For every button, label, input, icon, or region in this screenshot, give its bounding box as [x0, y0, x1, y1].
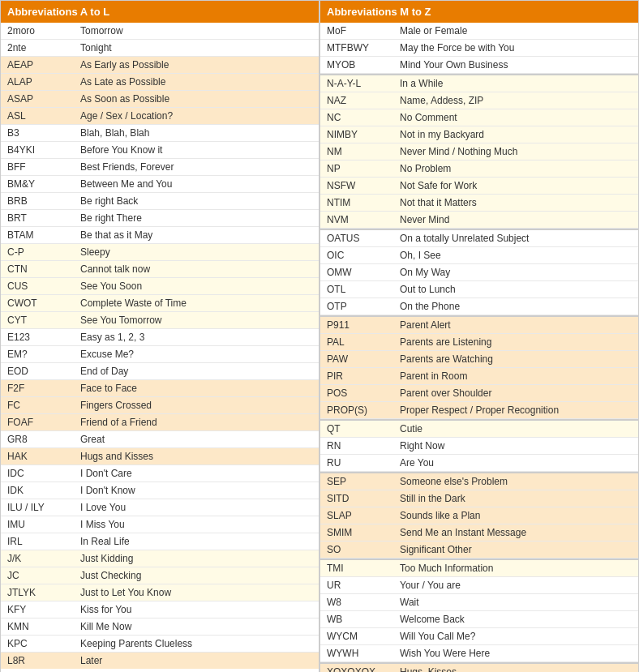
- table-row: OTLOut to Lunch: [320, 281, 638, 298]
- meaning: Complete Waste of Time: [80, 297, 312, 309]
- meaning: Are You: [400, 457, 632, 469]
- meaning: I Love You: [80, 502, 312, 513]
- table-row: B4YKIBefore You Know it: [1, 142, 319, 159]
- table-row: WYCMWill You Call Me?: [320, 628, 638, 645]
- meaning: Be right There: [80, 212, 312, 224]
- meaning: Sleepy: [80, 246, 312, 258]
- abbreviation: SEP: [327, 476, 400, 487]
- abbreviation: SO: [327, 544, 400, 555]
- table-row: URYour / You are: [320, 577, 638, 594]
- abbreviation: P911: [327, 319, 400, 331]
- table-row: IDKI Don't Know: [1, 482, 319, 499]
- abbreviation: CTN: [7, 263, 80, 275]
- abbreviation: ALAP: [7, 76, 80, 88]
- table-row: SOSignificant Other: [320, 541, 638, 559]
- meaning: Be that as it May: [80, 229, 312, 241]
- table-row: CWOTComplete Waste of Time: [1, 295, 319, 312]
- meaning: Parent Alert: [400, 319, 632, 331]
- abbreviation: WYCM: [327, 631, 400, 642]
- abbreviation: OTP: [327, 301, 400, 312]
- meaning: Easy as 1, 2, 3: [80, 332, 312, 343]
- abbreviation: EOD: [7, 366, 80, 377]
- abbreviation: NAZ: [327, 95, 400, 106]
- meaning: Never Mind: [400, 214, 632, 225]
- meaning: I Don't Care: [80, 468, 312, 479]
- table-row: OICOh, I See: [320, 247, 638, 264]
- abbreviation: CWOT: [7, 297, 80, 309]
- abbreviation: W8: [327, 597, 400, 608]
- meaning: In a While: [400, 78, 632, 89]
- meaning: Friend of a Friend: [80, 417, 312, 428]
- abbreviation: PIR: [327, 370, 400, 382]
- table-row: WYWHWish You Were Here: [320, 645, 638, 662]
- table-row: ASAPAs Soon as Possible: [1, 91, 319, 108]
- abbreviation: B3: [7, 127, 80, 139]
- abbreviation: OMW: [327, 267, 400, 278]
- meaning: I Miss You: [80, 519, 312, 530]
- meaning: Too Much Information: [400, 563, 632, 574]
- abbreviation: IMU: [7, 519, 80, 530]
- meaning: Send Me an Instant Message: [400, 527, 632, 538]
- table-row: OTPOn the Phone: [320, 298, 638, 315]
- table-row: SEPSomeone else's Problem: [320, 472, 638, 490]
- abbreviation: GR8: [7, 434, 80, 445]
- abbreviation: MYOB: [327, 59, 400, 71]
- table-row: W8Wait: [320, 594, 638, 611]
- meaning: Significant Other: [400, 544, 632, 555]
- meaning: Excuse Me?: [80, 349, 312, 360]
- meaning: Welcome Back: [400, 614, 632, 625]
- meaning: Kiss for You: [80, 604, 312, 615]
- table-row: KMNKill Me Now: [1, 618, 319, 636]
- meaning: As Early as Possible: [80, 59, 312, 71]
- table-row: RUAre You: [320, 455, 638, 472]
- abbreviation: PAL: [327, 336, 400, 348]
- abbreviation: RN: [327, 440, 400, 452]
- abbreviation: NSFW: [327, 180, 400, 191]
- abbreviation: BTAM: [7, 229, 80, 241]
- abbreviation: FOAF: [7, 417, 80, 428]
- abbreviation: 2nte: [7, 42, 80, 54]
- abbreviation: SITD: [327, 493, 400, 504]
- table-row: SLAPSounds like a Plan: [320, 507, 638, 524]
- abbreviation: MTFBWY: [327, 42, 400, 54]
- meaning: Parent over Shoulder: [400, 387, 632, 399]
- meaning: Fingers Crossed: [80, 400, 312, 411]
- meaning: On a totally Unrelated Subject: [400, 233, 632, 244]
- meaning: Right Now: [400, 440, 632, 452]
- meaning: As Late as Possible: [80, 76, 312, 88]
- table-row: MYOBMind Your Own Business: [320, 57, 638, 74]
- table-row: BTAMBe that as it May: [1, 227, 319, 244]
- right-header: Abbreviations M to Z: [320, 1, 638, 23]
- right-column: Abbreviations M to Z MoFMale or FemaleMT…: [320, 0, 639, 672]
- abbreviation: NIMBY: [327, 129, 400, 140]
- table-row: SMIMSend Me an Instant Message: [320, 524, 638, 541]
- abbreviation: BM&Y: [7, 178, 80, 190]
- meaning: Never Mind / Nothing Much: [400, 146, 632, 157]
- table-row: NPNo Problem: [320, 161, 638, 178]
- table-row: JCJust Checking: [1, 567, 319, 584]
- abbreviation: E123: [7, 332, 80, 343]
- abbreviation: JC: [7, 570, 80, 581]
- abbreviation: AEAP: [7, 59, 80, 71]
- meaning: Not Safe for Work: [400, 180, 632, 191]
- table-row: OATUSOn a totally Unrelated Subject: [320, 229, 638, 247]
- meaning: Just Kidding: [80, 553, 312, 564]
- meaning: Parent in Room: [400, 370, 632, 382]
- meaning: Hugs and Kisses: [80, 451, 312, 462]
- table-row: OMWOn My Way: [320, 264, 638, 281]
- meaning: See You Tomorrow: [80, 315, 312, 326]
- table-row: 2nteTonight: [1, 40, 319, 57]
- abbreviation: FC: [7, 400, 80, 411]
- meaning: Be right Back: [80, 195, 312, 207]
- table-row: NSFWNot Safe for Work: [320, 178, 638, 195]
- meaning: No Comment: [400, 112, 632, 123]
- meaning: See You Soon: [80, 280, 312, 292]
- table-row: ALAPAs Late as Possible: [1, 74, 319, 91]
- table-row: B3Blah, Blah, Blah: [1, 125, 319, 142]
- table-row: EODEnd of Day: [1, 363, 319, 380]
- table-row: P911Parent Alert: [320, 315, 638, 334]
- meaning: Parents are Listening: [400, 336, 632, 348]
- abbreviation: NVM: [327, 214, 400, 225]
- meaning: Mind Your Own Business: [400, 59, 632, 71]
- meaning: Male or Female: [400, 25, 632, 36]
